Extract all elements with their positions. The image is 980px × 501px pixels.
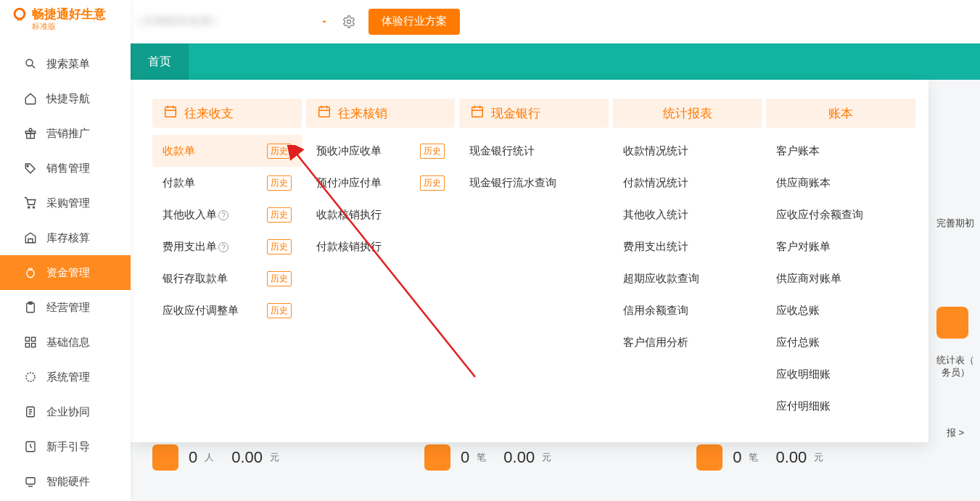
sidebar-item-8[interactable]: 基础信息 [0,325,131,360]
cta-button[interactable]: 体验行业方案 [368,9,460,35]
menu-item-0-2[interactable]: 其他收入单?历史 [152,199,302,231]
menu-item-0-0[interactable]: 收款单历史 [152,135,302,167]
megamenu-col-4: 账本客户账本供应商账本应收应付余额查询客户对账单供应商对账单应收总账应付总账应收… [766,99,915,435]
menu-item-label: 费用支出单? [162,240,228,254]
right-widget-icon[interactable] [936,307,968,339]
menu-item-label: 超期应收款查询 [623,272,699,286]
doc-icon [162,104,178,123]
sidebar-item-7[interactable]: 经营管理 [0,290,131,325]
svg-rect-11 [32,344,36,347]
sidebar-item-6[interactable]: 资金管理 [0,255,131,290]
menu-item-4-5[interactable]: 应收总账 [766,294,915,326]
megamenu-funds: 往来收支收款单历史付款单历史其他收入单?历史费用支出单?历史银行存取款单历史应收… [131,80,928,442]
help-icon[interactable]: ? [218,242,228,252]
stat-amount-unit: 元 [814,451,823,464]
search-icon [23,57,38,71]
history-badge[interactable]: 历史 [267,207,292,223]
menu-item-label: 收款情况统计 [623,144,688,158]
menu-item-label: 银行存取款单 [162,272,228,286]
menu-item-2-0[interactable]: 现金银行统计 [459,135,609,167]
svg-rect-19 [472,107,483,117]
menu-item-1-2[interactable]: 收款核销执行 [306,199,456,231]
help-icon[interactable]: ? [218,210,228,220]
history-badge[interactable]: 历史 [420,175,445,191]
sidebar-item-11[interactable]: 新手引导 [0,429,131,464]
history-badge[interactable]: 历史 [267,271,292,286]
menu-item-0-3[interactable]: 费用支出单?历史 [152,231,302,262]
menu-item-3-3[interactable]: 费用支出统计 [613,231,762,262]
menu-item-1-0[interactable]: 预收冲应收单历史 [306,135,456,167]
menu-item-3-0[interactable]: 收款情况统计 [613,135,762,167]
sidebar-item-4[interactable]: 采购管理 [0,186,131,220]
chevron-down-icon[interactable] [318,15,331,28]
sidebar-item-10[interactable]: 企业协同 [0,394,131,429]
menu-item-label: 现金银行流水查询 [469,176,556,190]
menu-item-2-1[interactable]: 现金银行流水查询 [459,167,609,199]
sidebar-item-12[interactable]: 智能硬件 [0,464,131,499]
menu-item-label: 预收冲应收单 [316,144,382,158]
menu-item-label: 信用余额查询 [623,304,688,318]
sidebar-item-label: 采购管理 [46,196,90,210]
tab-home[interactable]: 首页 [131,44,189,80]
svg-point-5 [33,207,34,208]
doc-icon [23,405,38,419]
sidebar-item-label: 企业协同 [46,405,90,419]
menu-item-4-1[interactable]: 供应商账本 [766,167,915,199]
menu-item-0-1[interactable]: 付款单历史 [152,167,302,199]
menu-item-1-1[interactable]: 预付冲应付单历史 [306,167,456,199]
menu-item-4-3[interactable]: 客户对账单 [766,231,915,262]
money-bag-icon [23,265,38,280]
menu-item-3-6[interactable]: 客户信用分析 [613,326,762,358]
sidebar: 畅捷通好生意 标准版 搜索菜单快捷导航营销推广销售管理采购管理库存核算资金管理经… [0,0,131,501]
menu-item-3-4[interactable]: 超期应收款查询 [613,262,762,294]
menu-item-4-2[interactable]: 应收应付余额查询 [766,199,915,231]
menu-item-label: 客户信用分析 [623,336,688,349]
sidebar-item-label: 智能硬件 [46,475,90,489]
sidebar-item-label: 基础信息 [46,336,90,349]
svg-point-12 [26,373,35,381]
history-badge[interactable]: 历史 [267,303,292,318]
stat-count: 0 [461,448,469,467]
menu-item-0-5[interactable]: 应收应付调整单历史 [152,294,302,326]
gear-dashed-icon [23,370,38,384]
history-badge[interactable]: 历史 [420,144,445,159]
col-title: 统计报表 [663,105,712,122]
sidebar-item-0[interactable]: 搜索菜单 [0,46,131,81]
sidebar-item-5[interactable]: 库存核算 [0,220,131,255]
sidebar-item-3[interactable]: 销售管理 [0,151,131,186]
org-name[interactable]: （示例组织名称） [131,14,312,29]
menu-item-1-3[interactable]: 付款核销执行 [306,231,456,262]
menu-item-4-8[interactable]: 应付明细账 [766,390,915,422]
menu-item-4-6[interactable]: 应付总账 [766,326,915,358]
sidebar-item-2[interactable]: 营销推广 [0,116,131,151]
svg-point-0 [26,59,33,66]
history-badge[interactable]: 历史 [267,175,292,191]
menu-item-4-4[interactable]: 供应商对账单 [766,262,915,294]
device-icon [23,474,38,489]
sidebar-item-label: 快捷导航 [46,92,90,106]
history-badge[interactable]: 历史 [267,239,292,254]
menu-item-3-5[interactable]: 信用余额查询 [613,294,762,326]
menu-item-label: 客户对账单 [776,240,831,254]
col-title: 账本 [828,105,853,122]
megamenu-col-2: 现金银行现金银行统计现金银行流水查询 [459,99,609,435]
menu-item-label: 应收应付调整单 [162,304,239,318]
stat-amount: 0.00 [231,448,263,467]
stat-amount-unit: 元 [542,451,551,464]
menu-item-4-7[interactable]: 应收明细账 [766,358,915,390]
gear-icon[interactable] [338,11,360,33]
sidebar-item-9[interactable]: 系统管理 [0,360,131,394]
history-badge[interactable]: 历史 [267,144,292,159]
menu-item-0-4[interactable]: 银行存取款单历史 [152,262,302,294]
warehouse-icon [23,231,38,245]
tabbar: 首页 [131,44,980,80]
menu-item-4-0[interactable]: 客户账本 [766,135,915,167]
logo-subtext: 标准版 [32,21,122,32]
sidebar-item-1[interactable]: 快捷导航 [0,81,131,116]
menu-item-3-1[interactable]: 付款情况统计 [613,167,762,199]
sidebar-item-label: 营销推广 [46,127,90,141]
cart-icon [23,196,38,210]
menu-item-label: 付款单 [162,176,195,190]
menu-item-3-2[interactable]: 其他收入统计 [613,199,762,231]
menu-item-label: 收款核销执行 [316,208,382,222]
